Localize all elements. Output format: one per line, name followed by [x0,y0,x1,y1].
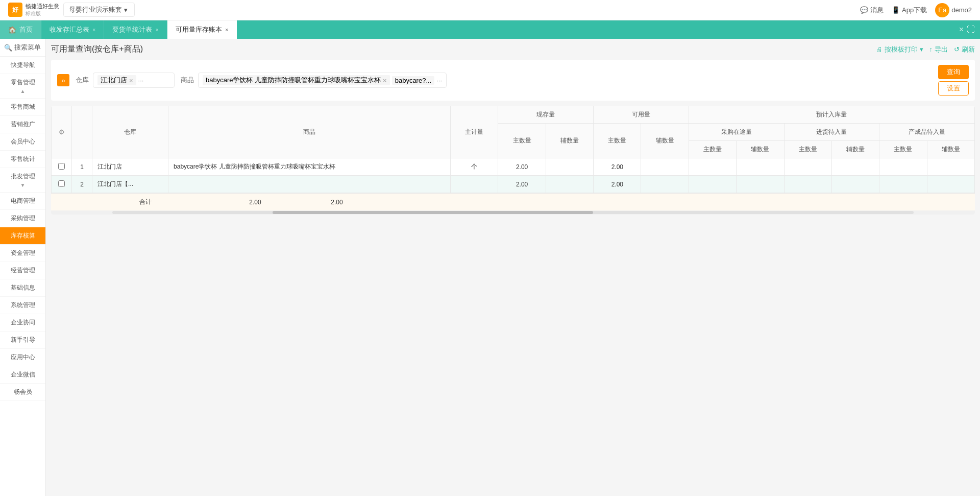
sidebar-item-quick-nav[interactable]: 快捷导航 [0,57,45,74]
enterprise-label: 企业协同 [11,318,35,327]
col-available-aux-header: 辅数量 [641,124,689,158]
chevron-icon-wholesale: ▼ [20,182,26,188]
sidebar-item-new-guide[interactable]: 新手引导 [0,332,45,349]
user-area[interactable]: Ea demo2 [935,3,972,17]
cell-num: 2 [72,176,92,193]
cell-incoming-main [784,158,831,176]
close-all-icon[interactable]: × [959,25,964,34]
industry-selector[interactable]: 母婴行业演示账套 ▾ [63,3,135,17]
new-guide-label: 新手引导 [11,336,35,344]
table-row: 2 江北门店【... 2.00 2.00 [52,176,975,193]
sidebar-item-retail-stats[interactable]: 零售统计 [0,151,45,168]
cell-incoming-aux [831,158,879,176]
tab-order-summary[interactable]: 要货单统计表 × [104,20,167,39]
goods-filter-dots[interactable]: ··· [436,77,442,84]
col-goods-header: 商品 [168,106,451,158]
sidebar-item-enterprise-wechat[interactable]: 企业微信 [0,366,45,384]
col-incoming-aux-header: 辅数量 [831,141,879,158]
col-production-group-header: 产成品待入量 [879,124,975,141]
goods-tag1-remove[interactable]: × [383,77,387,84]
purchase-mgmt-label: 采购管理 [11,214,35,223]
warehouse-filter-dots[interactable]: ··· [138,77,144,84]
refresh-label: 刷新 [962,45,975,54]
goods-filter-input[interactable]: babycare学饮杯 儿童防摔防撞吸管杯重力球吸嘴杯宝宝水杯 × babyca… [198,73,447,88]
cell-warehouse: 江北门店【... [92,176,168,193]
goods-filter-label: 商品 [181,76,194,85]
cell-incoming-aux [831,176,879,193]
col-incoming-main-header: 主数量 [784,141,831,158]
sidebar-item-member-center[interactable]: 会员中心 [0,133,45,151]
tab-receive-send-close[interactable]: × [92,27,95,33]
app-icon: 📱 [892,6,900,14]
sidebar-item-enterprise[interactable]: 企业协同 [0,314,45,332]
cell-stock-main: 2.00 [498,158,546,176]
page-title: 可用量查询(按仓库+商品) [51,44,143,55]
cell-purchase-main [689,158,736,176]
table-settings-icon[interactable]: ⚙ [59,128,65,136]
print-icon: 🖨 [876,45,883,53]
cell-unit: 个 [451,158,498,176]
cell-warehouse: 江北门店 [92,158,168,176]
settings-button[interactable]: 设置 [938,81,969,96]
system-mgmt-label: 系统管理 [11,301,35,310]
table-body: 1 江北门店 babycare学饮杯 儿童防摔防撞吸管杯重力球吸嘴杯宝宝水杯 个… [52,158,975,193]
sidebar-item-purchase-mgmt[interactable]: 采购管理 [0,210,45,227]
warehouse-filter-input[interactable]: 江北门店 × ··· [93,73,175,88]
cell-purchase-main [689,176,736,193]
retail-mall-label: 零售商城 [11,103,35,111]
tab-home[interactable]: 🏠 首页 [0,20,41,39]
warehouse-tag-remove[interactable]: × [129,77,133,84]
col-settings-header[interactable]: ⚙ [52,106,72,158]
cell-stock-aux [546,158,593,176]
tab-receive-send[interactable]: 收发存汇总表 × [41,20,104,39]
footer-available-main: 2.00 [316,199,357,206]
app-download-btn[interactable]: 📱 App下载 [892,6,927,15]
sidebar-item-member[interactable]: 畅会员 [0,384,45,401]
sidebar-item-wholesale-mgmt[interactable]: 批发管理 ▼ [0,168,45,193]
top-header: 好 畅捷通好生意 标准版 母婴行业演示账套 ▾ 💬 消息 📱 App下载 Ea … [0,0,980,20]
retail-stats-label: 零售统计 [11,155,35,163]
warehouse-filter-tag: 江北门店 × [97,75,136,85]
sidebar-item-retail-mgmt[interactable]: 零售管理 ▲ [0,74,45,99]
ops-mgmt-label: 经营管理 [11,266,35,275]
sidebar-item-system-mgmt[interactable]: 系统管理 [0,297,45,314]
col-incoming-group-header: 进货待入量 [784,124,879,141]
member-label: 畅会员 [14,388,32,396]
filter-expand-btn[interactable]: » [57,74,69,86]
tab-order-summary-close[interactable]: × [155,27,158,33]
sidebar-item-basic-info[interactable]: 基础信息 [0,279,45,297]
sidebar-item-retail-mall[interactable]: 零售商城 [0,99,45,116]
avatar-text: Ea [938,6,946,14]
sidebar-item-marketing[interactable]: 营销推广 [0,116,45,133]
tab-available-stock-close[interactable]: × [225,27,228,33]
sidebar-item-app-center[interactable]: 应用中心 [0,349,45,366]
table-header-row1: ⚙ 仓库 商品 主计量 现存量 可用量 预计入库量 [52,106,975,124]
chevron-down-print: ▾ [920,45,923,53]
cell-checkbox[interactable] [52,158,72,176]
tab-available-stock[interactable]: 可用量库存账本 × [167,20,237,39]
print-btn[interactable]: 🖨 按模板打印 ▾ [876,45,923,54]
query-button[interactable]: 查询 [938,65,969,79]
sidebar-item-inventory[interactable]: 库存核算 [0,227,45,245]
expand-icon: » [61,77,65,84]
scroll-bar-thumb[interactable] [273,211,593,214]
fullscreen-icon[interactable]: ⛶ [967,25,975,34]
wholesale-mgmt-label: 批发管理 [11,172,35,181]
sidebar-item-finance[interactable]: 资金管理 [0,245,45,262]
page-actions: 🖨 按模板打印 ▾ ↑ 导出 ↺ 刷新 [876,45,975,54]
cell-checkbox[interactable] [52,176,72,193]
export-btn[interactable]: ↑ 导出 [929,45,948,54]
sidebar-item-ops-mgmt[interactable]: 经营管理 [0,262,45,279]
filter-bar: » 仓库 江北门店 × ··· 商品 babycare学饮杯 儿童防摔防撞吸管杯… [51,60,975,101]
cell-incoming-main [784,176,831,193]
app-download-label: App下载 [902,6,927,15]
basic-info-label: 基础信息 [11,284,35,292]
cell-available-aux [641,158,689,176]
tab-available-stock-label: 可用量库存账本 [176,25,222,34]
sidebar-item-ecommerce[interactable]: 电商管理 [0,193,45,210]
message-btn[interactable]: 💬 消息 [860,6,884,15]
sidebar-search[interactable]: 🔍 搜索菜单 [0,39,45,57]
table-container: ⚙ 仓库 商品 主计量 现存量 可用量 预计入库量 主数量 辅数量 主数量 [51,106,975,215]
scroll-bar-track[interactable] [112,211,914,214]
refresh-btn[interactable]: ↺ 刷新 [954,45,975,54]
